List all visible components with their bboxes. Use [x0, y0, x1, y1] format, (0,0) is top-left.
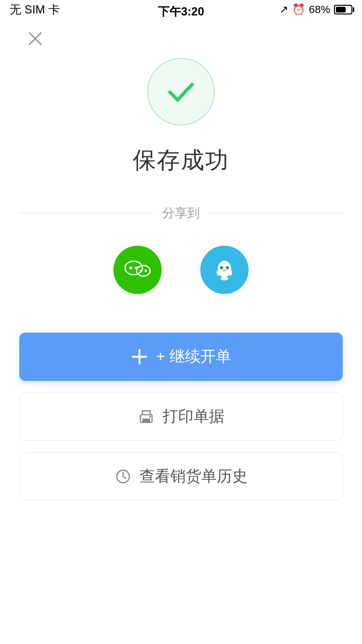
divider-left [19, 213, 153, 213]
svg-point-14 [223, 269, 226, 271]
carrier-text: 无 SIM 卡 [10, 2, 60, 17]
print-button[interactable]: 打印单据 [19, 392, 343, 441]
success-icon-circle [147, 58, 215, 126]
svg-point-17 [221, 277, 228, 280]
printer-icon [138, 408, 155, 425]
battery-icon [334, 5, 352, 14]
svg-point-3 [137, 266, 150, 276]
battery-icon-container [334, 5, 352, 14]
svg-point-13 [227, 267, 228, 268]
status-left: 无 SIM 卡 [10, 2, 64, 17]
share-label: 分享到 [162, 205, 200, 222]
status-time: 下午3:20 [158, 4, 204, 19]
close-button[interactable] [23, 27, 47, 51]
action-buttons: + 继续开单 打印单据 查看销货单历史 [0, 313, 362, 501]
wechat-share-button[interactable] [113, 246, 162, 294]
svg-point-2 [125, 261, 142, 275]
success-title: 保存成功 [133, 145, 229, 176]
history-label: 查看销货单历史 [139, 466, 248, 487]
continue-order-button[interactable]: + 继续开单 [19, 333, 343, 381]
svg-point-16 [228, 270, 232, 276]
checkmark-icon [164, 75, 198, 109]
svg-point-6 [140, 270, 142, 272]
clock-icon [114, 468, 132, 485]
wechat-icon [123, 255, 152, 284]
svg-line-25 [123, 476, 126, 478]
battery-fill [336, 7, 346, 13]
location-icon: ↗ [279, 3, 288, 16]
share-section: 分享到 [0, 205, 362, 294]
svg-point-7 [145, 270, 147, 272]
share-divider: 分享到 [19, 205, 343, 222]
svg-point-5 [135, 266, 138, 269]
main-content: 保存成功 分享到 [0, 19, 362, 501]
battery-percent: 68% [309, 3, 330, 16]
status-bar: 无 SIM 卡 下午3:20 ↗ ⏰ 68% [0, 0, 362, 19]
history-button[interactable]: 查看销货单历史 [19, 452, 343, 501]
qq-icon [210, 255, 239, 284]
svg-point-4 [129, 266, 132, 269]
svg-point-22 [149, 416, 151, 418]
qq-share-button[interactable] [200, 246, 249, 294]
svg-rect-21 [142, 419, 150, 422]
plus-icon [131, 348, 148, 365]
divider-right [209, 213, 343, 213]
status-right: ↗ ⏰ 68% [279, 3, 352, 16]
continue-order-label: + 继续开单 [156, 346, 231, 367]
svg-point-12 [221, 267, 223, 268]
print-label: 打印单据 [163, 406, 224, 427]
alarm-icon: ⏰ [292, 3, 305, 16]
share-icons [19, 246, 343, 294]
svg-point-15 [217, 270, 221, 276]
